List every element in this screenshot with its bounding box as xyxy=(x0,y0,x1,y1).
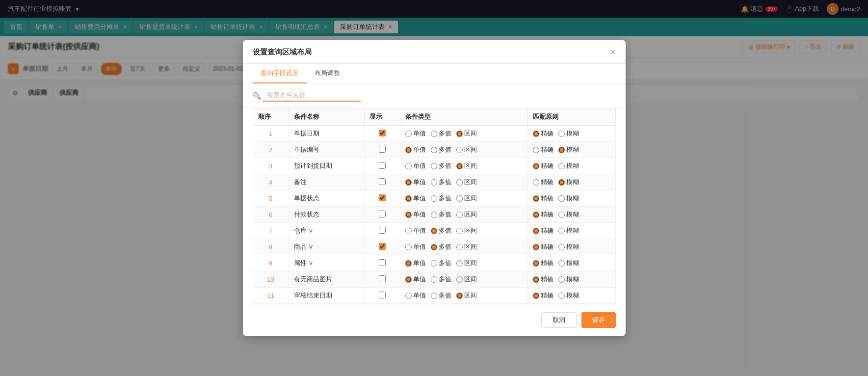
tab-layout-label: 布局调整 xyxy=(315,69,340,77)
tab-query-label: 查询字段设置 xyxy=(261,69,299,77)
modal-title: 设置查询区域布局 xyxy=(253,48,312,63)
tab-layout-adjust[interactable]: 布局调整 xyxy=(307,64,348,83)
search-icon: 🔍 xyxy=(253,92,261,100)
modal-search-area: 🔍 xyxy=(243,83,626,105)
modal-header: 设置查询区域布局 × xyxy=(243,40,626,64)
modal-close-button[interactable]: × xyxy=(610,47,616,63)
settings-modal: 设置查询区域布局 × 查询字段设置 布局调整 🔍 顺序 条件名称 xyxy=(243,40,626,105)
modal-overlay: 设置查询区域布局 × 查询字段设置 布局调整 🔍 顺序 条件名称 xyxy=(0,0,868,105)
tab-query-field-settings[interactable]: 查询字段设置 xyxy=(253,64,307,83)
modal-tabs: 查询字段设置 布局调整 xyxy=(243,64,626,83)
search-condition-input[interactable] xyxy=(263,89,361,102)
